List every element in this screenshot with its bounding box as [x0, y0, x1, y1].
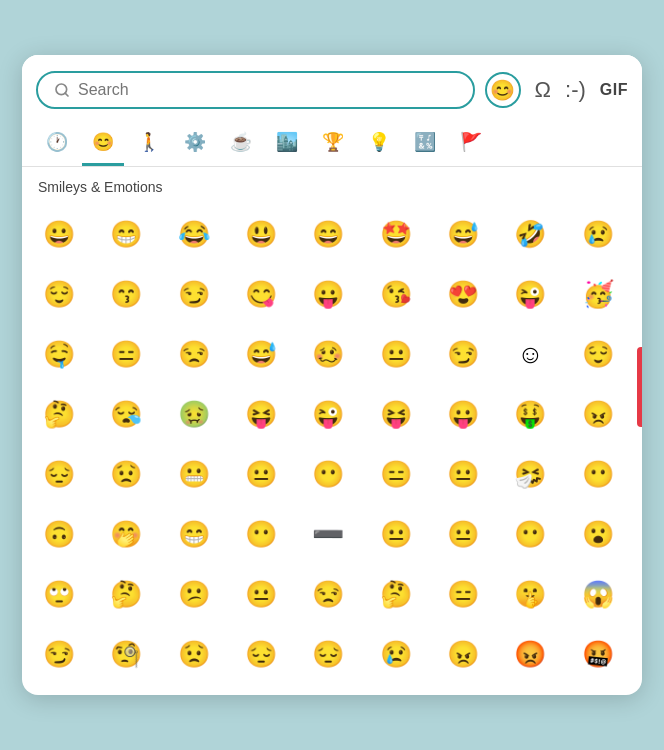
emoji-cell[interactable]: 😛 [434, 385, 492, 443]
search-icon [54, 82, 70, 98]
tab-people[interactable]: 🚶 [128, 123, 170, 166]
emoji-cell[interactable]: 😔 [299, 625, 357, 683]
gif-button[interactable]: GIF [600, 81, 628, 99]
emoji-cell[interactable]: 😠 [434, 625, 492, 683]
emoji-cell[interactable]: 😐 [367, 505, 425, 563]
emoji-cell[interactable]: 😏 [165, 265, 223, 323]
emoji-cell[interactable]: ➖ [299, 505, 357, 563]
emoji-cell[interactable]: 🥴 [299, 325, 357, 383]
emoji-cell[interactable]: 😶 [299, 445, 357, 503]
search-box[interactable] [36, 71, 475, 109]
emoji-cell[interactable]: 🧐 [97, 625, 155, 683]
emoji-cell[interactable]: 😏 [30, 625, 88, 683]
text-smiley-button[interactable]: :-) [565, 77, 586, 103]
emoji-cell[interactable]: 😍 [434, 265, 492, 323]
svg-line-1 [65, 93, 68, 96]
emoji-cell[interactable]: 😑 [97, 325, 155, 383]
tab-recent[interactable]: 🕐 [36, 123, 78, 166]
emoji-cell[interactable]: 😛 [299, 265, 357, 323]
section-label: Smileys & Emotions [22, 167, 642, 201]
emoji-cell[interactable]: 😒 [165, 325, 223, 383]
emoji-cell[interactable]: 🤔 [367, 565, 425, 623]
emoji-cell[interactable]: 😶 [501, 505, 559, 563]
emoji-cell[interactable]: 🤤 [30, 325, 88, 383]
emoji-cell[interactable]: 😝 [232, 385, 290, 443]
emoji-cell[interactable]: 😅 [232, 325, 290, 383]
emoji-cell[interactable]: 😏 [434, 325, 492, 383]
tab-objects[interactable]: 🏆 [312, 123, 354, 166]
emoji-cell[interactable]: 😢 [569, 205, 627, 263]
emoji-cell[interactable]: 🤫 [501, 565, 559, 623]
emoji-cell[interactable]: 😶 [569, 445, 627, 503]
emoji-cell[interactable]: 😔 [232, 625, 290, 683]
emoji-cell[interactable]: 😶 [232, 505, 290, 563]
emoji-cell[interactable]: 😂 [165, 205, 223, 263]
emoji-cell[interactable]: 😟 [97, 445, 155, 503]
emoji-cell[interactable]: 😑 [434, 565, 492, 623]
emoji-cell[interactable]: 😡 [501, 625, 559, 683]
emoji-cell[interactable]: 😁 [97, 205, 155, 263]
emoji-cell[interactable]: 😒 [299, 565, 357, 623]
emoji-cell[interactable]: 😑 [367, 445, 425, 503]
header: 😊 Ω :-) GIF [22, 55, 642, 119]
tab-symbols2[interactable]: 🔣 [404, 123, 446, 166]
tab-flags[interactable]: 🚩 [450, 123, 492, 166]
emoji-cell[interactable]: 😮 [569, 505, 627, 563]
emoji-cell[interactable]: 😅 [434, 205, 492, 263]
emoji-cell[interactable]: 😝 [367, 385, 425, 443]
tab-symbols[interactable]: 💡 [358, 123, 400, 166]
emoji-cell[interactable]: 😙 [97, 265, 155, 323]
emoji-cell[interactable]: 🤢 [165, 385, 223, 443]
emoji-cell[interactable]: 🤣 [501, 205, 559, 263]
tab-travel[interactable]: 🏙️ [266, 123, 308, 166]
emoji-cell[interactable]: 🤔 [97, 565, 155, 623]
emoji-cell[interactable]: 😐 [434, 445, 492, 503]
emoji-cell[interactable]: 😔 [30, 445, 88, 503]
emoji-cell[interactable]: 🤑 [501, 385, 559, 443]
emoji-cell[interactable]: 😜 [299, 385, 357, 443]
emoji-cell[interactable]: 😱 [569, 565, 627, 623]
emoji-face-button[interactable]: 😊 [485, 72, 521, 108]
emoji-cell[interactable]: 😌 [569, 325, 627, 383]
category-tabs: 🕐 😊 🚶 ⚙️ ☕ 🏙️ 🏆 💡 🔣 🚩 [22, 119, 642, 167]
emoji-cell[interactable]: 😄 [299, 205, 357, 263]
emoji-cell[interactable]: 😕 [165, 565, 223, 623]
emoji-cell[interactable]: 😜 [501, 265, 559, 323]
emoji-cell[interactable]: 🤔 [30, 385, 88, 443]
emoji-cell[interactable]: 😐 [434, 505, 492, 563]
picker-body: 😀😁😂😃😄🤩😅🤣😢😌😙😏😋😛😘😍😜🥳🤤😑😒😅🥴😐😏☺️😌🤔😪🤢😝😜😝😛🤑😠😔😟😬… [22, 201, 642, 687]
emoji-cell[interactable]: 🙄 [30, 565, 88, 623]
emoji-cell[interactable]: 🙃 [30, 505, 88, 563]
emoji-cell[interactable]: 😐 [367, 325, 425, 383]
emoji-cell[interactable]: 😋 [232, 265, 290, 323]
emoji-cell[interactable]: 😐 [232, 445, 290, 503]
emoji-grid: 😀😁😂😃😄🤩😅🤣😢😌😙😏😋😛😘😍😜🥳🤤😑😒😅🥴😐😏☺️😌🤔😪🤢😝😜😝😛🤑😠😔😟😬… [22, 201, 642, 687]
emoji-cell[interactable]: 😀 [30, 205, 88, 263]
emoji-cell[interactable]: 😪 [97, 385, 155, 443]
emoji-cell[interactable]: 😟 [165, 625, 223, 683]
emoji-cell[interactable]: 😃 [232, 205, 290, 263]
header-icons: 😊 Ω :-) GIF [485, 72, 628, 108]
emoji-cell[interactable]: 🥳 [569, 265, 627, 323]
emoji-cell[interactable]: 😐 [232, 565, 290, 623]
omega-button[interactable]: Ω [535, 77, 551, 103]
emoji-cell[interactable]: 😬 [165, 445, 223, 503]
emoji-cell[interactable]: 🤧 [501, 445, 559, 503]
emoji-picker: 😊 Ω :-) GIF 🕐 😊 🚶 ⚙️ ☕ 🏙️ 🏆 💡 🔣 🚩 Smiley… [22, 55, 642, 695]
emoji-cell[interactable]: 😁 [165, 505, 223, 563]
emoji-cell[interactable]: 😠 [569, 385, 627, 443]
tab-activities[interactable]: ⚙️ [174, 123, 216, 166]
search-input[interactable] [78, 81, 457, 99]
emoji-cell[interactable]: 🤭 [97, 505, 155, 563]
scroll-indicator [637, 347, 642, 427]
emoji-cell[interactable]: 😌 [30, 265, 88, 323]
tab-food[interactable]: ☕ [220, 123, 262, 166]
emoji-cell[interactable]: 🤩 [367, 205, 425, 263]
emoji-cell[interactable]: 😢 [367, 625, 425, 683]
emoji-cell[interactable]: ☺️ [501, 325, 559, 383]
tab-smileys[interactable]: 😊 [82, 123, 124, 166]
emoji-cell[interactable]: 🤬 [569, 625, 627, 683]
emoji-cell[interactable]: 😘 [367, 265, 425, 323]
